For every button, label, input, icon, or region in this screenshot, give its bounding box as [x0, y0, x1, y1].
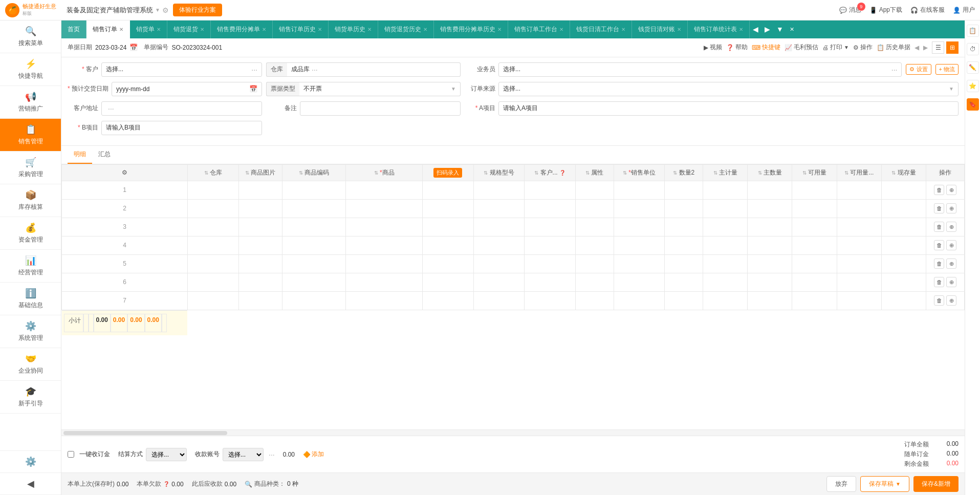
- sidebar-item-shortcut[interactable]: ⚡ 快捷导航: [0, 53, 61, 86]
- row-product-6[interactable]: [346, 273, 423, 291]
- row-availmore-7[interactable]: [837, 291, 881, 310]
- row-copy-6[interactable]: ⊕: [946, 277, 956, 287]
- next-record-icon[interactable]: ▶: [923, 44, 928, 51]
- shortcut-key-button[interactable]: ⌨ 快捷键: [752, 43, 780, 52]
- row-customer-code-5[interactable]: [525, 254, 576, 273]
- row-delete-5[interactable]: 🗑: [934, 259, 944, 269]
- list-layout-button[interactable]: ☰: [932, 41, 944, 54]
- tab-close-return-history[interactable]: ✕: [423, 27, 427, 32]
- app-download-button[interactable]: 📱 App下载: [869, 6, 902, 14]
- row-delete-6[interactable]: 🗑: [934, 277, 944, 287]
- tab-prev-button[interactable]: ◀: [750, 20, 761, 38]
- row-qty2-1[interactable]: [665, 181, 703, 199]
- prev-record-icon[interactable]: ◀: [914, 44, 919, 51]
- row-mainunit-1[interactable]: [703, 181, 748, 199]
- row-delete-4[interactable]: 🗑: [934, 240, 944, 250]
- row-attr-7[interactable]: [575, 291, 614, 310]
- row-copy-3[interactable]: ⊕: [946, 222, 956, 232]
- row-qty2-6[interactable]: [665, 273, 703, 291]
- row-availmore-1[interactable]: [837, 181, 881, 199]
- sidebar-item-search[interactable]: 🔍 搜索菜单: [0, 20, 61, 53]
- tab-close-sales-order[interactable]: ✕: [119, 27, 123, 32]
- row-stock-5[interactable]: [881, 254, 926, 273]
- row-copy-4[interactable]: ⊕: [946, 240, 956, 250]
- tab-summary[interactable]: 汇总: [92, 146, 117, 164]
- solution-button[interactable]: 体验行业方案: [173, 4, 222, 16]
- sidebar-item-purchase[interactable]: 🛒 采购管理: [0, 152, 61, 184]
- save-draft-button[interactable]: 保存草稿 ▼: [860, 476, 909, 492]
- row-avail-4[interactable]: [792, 236, 837, 254]
- row-customer-code-3[interactable]: [525, 218, 576, 236]
- tab-close-order-history[interactable]: ✕: [318, 27, 322, 32]
- account-select[interactable]: 选择...: [223, 448, 264, 461]
- tab-close-cash-workbench[interactable]: ✕: [621, 27, 625, 32]
- col-main-unit[interactable]: ⇅ 主计量: [703, 164, 748, 181]
- row-availmore-3[interactable]: [837, 218, 881, 236]
- tab-close-cash-reconcile[interactable]: ✕: [677, 27, 681, 32]
- tab-sales-slip[interactable]: 销货单 ✕: [130, 20, 167, 38]
- row-delete-2[interactable]: 🗑: [934, 203, 944, 213]
- row-delete-7[interactable]: 🗑: [934, 295, 944, 306]
- row-attr-2[interactable]: [575, 199, 614, 218]
- row-spec-3[interactable]: [473, 218, 525, 236]
- row-avail-3[interactable]: [792, 218, 837, 236]
- right-btn-5[interactable]: 🔖: [967, 98, 979, 111]
- order-source-input[interactable]: 选择... ▼: [498, 82, 959, 96]
- row-mainqty-3[interactable]: [748, 218, 792, 236]
- row-code-4[interactable]: [282, 236, 346, 254]
- row-spec-5[interactable]: [473, 254, 525, 273]
- row-copy-7[interactable]: ⊕: [946, 295, 956, 306]
- tab-close-expense-split[interactable]: ✕: [262, 27, 266, 32]
- row-availmore-2[interactable]: [837, 199, 881, 218]
- sidebar-item-guide[interactable]: 🎓 新手引导: [0, 381, 61, 414]
- row-attr-5[interactable]: [575, 254, 614, 273]
- tab-detail[interactable]: 明细: [68, 146, 92, 164]
- tab-cash-reconcile[interactable]: 钱货日清对账 ✕: [632, 20, 688, 38]
- one-click-checkbox[interactable]: [68, 451, 74, 458]
- row-mainqty-5[interactable]: [748, 254, 792, 273]
- row-stock-2[interactable]: [881, 199, 926, 218]
- sidebar-item-system[interactable]: ⚙️ 系统管理: [0, 315, 61, 348]
- row-mainunit-4[interactable]: [703, 236, 748, 254]
- row-spec-7[interactable]: [473, 291, 525, 310]
- operation-button[interactable]: ⚙ 操作: [853, 43, 873, 52]
- tab-menu-button[interactable]: ▼: [773, 20, 787, 38]
- user-button[interactable]: 👤 用户: [953, 6, 975, 14]
- row-attr-1[interactable]: [575, 181, 614, 199]
- row-unit-1[interactable]: [614, 181, 665, 199]
- save-new-button[interactable]: 保存&新增: [913, 476, 959, 492]
- row-availmore-6[interactable]: [837, 273, 881, 291]
- col-unit[interactable]: ⇅ *销售单位: [614, 164, 665, 181]
- row-qty2-4[interactable]: [665, 236, 703, 254]
- row-warehouse-2[interactable]: [187, 199, 238, 218]
- row-code-3[interactable]: [282, 218, 346, 236]
- row-code-1[interactable]: [282, 181, 346, 199]
- row-warehouse-5[interactable]: [187, 254, 238, 273]
- invoice-input[interactable]: 不开票 ▼: [299, 82, 461, 96]
- add-product-button[interactable]: + 物流: [935, 64, 959, 75]
- tab-close-order-workbench[interactable]: ✕: [559, 27, 563, 32]
- tab-order-stats[interactable]: 销售订单统计表 ✕: [688, 20, 750, 38]
- row-mainunit-5[interactable]: [703, 254, 748, 273]
- row-customer-code-4[interactable]: [525, 236, 576, 254]
- row-mainunit-7[interactable]: [703, 291, 748, 310]
- tab-sales-order[interactable]: 销售订单 ✕: [86, 20, 130, 38]
- discard-button[interactable]: 放弃: [826, 476, 856, 492]
- tab-close-sales-slip[interactable]: ✕: [157, 27, 161, 32]
- col-spec[interactable]: ⇅ 规格型号: [473, 164, 525, 181]
- row-spec-1[interactable]: [473, 181, 525, 199]
- staff-input[interactable]: 选择... ···: [498, 62, 902, 77]
- row-unit-5[interactable]: [614, 254, 665, 273]
- col-attr[interactable]: ⇅ 属性: [575, 164, 614, 181]
- row-qty2-2[interactable]: [665, 199, 703, 218]
- tab-close-return[interactable]: ✕: [200, 27, 204, 32]
- col-warehouse[interactable]: ⇅ 仓库: [187, 164, 238, 181]
- delivery-input[interactable]: yyyy-mm-dd 📅: [112, 82, 262, 96]
- col-avail-more[interactable]: ⇅ 可用量...: [837, 164, 881, 181]
- col-customer-code[interactable]: ⇅ 客户... ❓: [525, 164, 576, 181]
- row-mainqty-7[interactable]: [748, 291, 792, 310]
- row-spec-6[interactable]: [473, 273, 525, 291]
- right-btn-1[interactable]: 📋: [967, 25, 979, 37]
- tab-close-all-button[interactable]: ✕: [787, 20, 797, 38]
- row-copy-5[interactable]: ⊕: [946, 259, 956, 269]
